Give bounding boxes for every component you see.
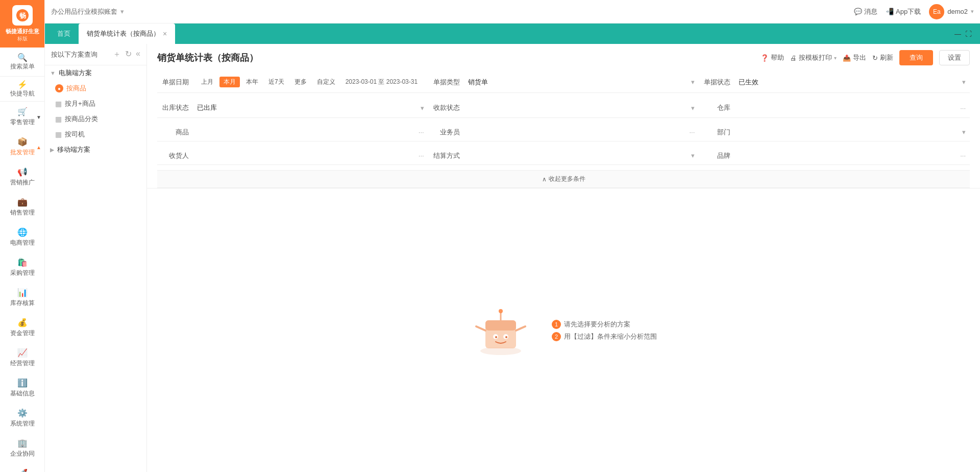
- date-pill-this-year[interactable]: 本年: [242, 77, 262, 87]
- payment-chevron[interactable]: ▾: [691, 152, 695, 159]
- warehouse-value[interactable]: ···: [734, 102, 970, 114]
- tab-home[interactable]: 首页: [49, 23, 79, 44]
- sidebar-item-wholesale[interactable]: 📦 批发管理 ▲: [0, 132, 44, 162]
- sidebar-item-ecom[interactable]: 🌐 电商管理: [0, 222, 44, 252]
- search-menu[interactable]: 🔍 搜索菜单: [0, 48, 44, 77]
- date-pill-more[interactable]: 更多: [290, 77, 311, 87]
- docstatus-chevron[interactable]: ▾: [962, 78, 966, 86]
- collapse-bar[interactable]: ∧ 收起更多条件: [157, 170, 970, 187]
- payment-value[interactable]: ▾: [464, 150, 699, 161]
- tree-item-by-product[interactable]: ● 按商品: [45, 81, 146, 96]
- close-tab-icon[interactable]: ×: [163, 30, 167, 37]
- sidebar-wholesale-label: 批发管理: [10, 148, 35, 157]
- tree-item-by-driver[interactable]: ▦ 按司机: [45, 127, 146, 142]
- setting-button[interactable]: 设置: [939, 50, 970, 65]
- salesman-dots[interactable]: ···: [689, 128, 695, 136]
- tree-group-desktop[interactable]: ▼ 电脑端方案: [45, 65, 146, 81]
- tree-item-by-category[interactable]: ▦ 按商品分类: [45, 111, 146, 127]
- filter-outstatus-cell: 出库状态 已出库 ▾: [157, 98, 428, 118]
- tree-item-by-driver-label: 按司机: [65, 130, 85, 139]
- breadcrumb-text: 办公用品行业模拟账套: [51, 7, 117, 16]
- sidebar: 畅 畅捷通好生意 标版 🔍 搜索菜单 ⚡ 快捷导航 🛒 零售管理 ▼ 📦 批发管…: [0, 0, 45, 472]
- paystatus-chevron[interactable]: ▾: [691, 104, 695, 112]
- paystatus-value[interactable]: ▾: [464, 102, 699, 114]
- tree-group-mobile[interactable]: ▶ 移动端方案: [45, 142, 146, 157]
- dept-value[interactable]: ▾: [734, 126, 970, 138]
- page-header-actions: ❓ 帮助 🖨 按模板打印 ▾ 📤 导出: [761, 50, 970, 65]
- payment-label: 结算方式: [428, 151, 464, 160]
- message-btn[interactable]: 💬 消息: [854, 7, 877, 16]
- maximize-icon[interactable]: ⛶: [965, 30, 972, 38]
- refresh-scheme-icon[interactable]: ↻: [125, 49, 132, 60]
- docstatus-value[interactable]: 已生效 ▾: [734, 76, 970, 89]
- app-download-btn[interactable]: 📲 App下载: [886, 7, 921, 16]
- empty-state: 1 请先选择要分析的方案 2 用【过滤】条件来缩小分析范围: [470, 300, 657, 361]
- breadcrumb: 办公用品行业模拟账套 ▾: [51, 7, 849, 16]
- print-btn[interactable]: 🖨 按模板打印 ▾: [790, 53, 837, 62]
- help-label: 帮助: [771, 53, 784, 62]
- doctype-value[interactable]: 销货单 ▾: [464, 76, 699, 89]
- date-pill-this-month[interactable]: 本月: [219, 77, 240, 87]
- svg-point-10: [499, 309, 503, 313]
- sidebar-item-enterprise[interactable]: 🏢 企业协同: [0, 433, 44, 463]
- refresh-btn[interactable]: ↻ 刷新: [872, 53, 893, 62]
- quick-nav[interactable]: ⚡ 快捷导航: [0, 77, 44, 102]
- date-pill-last-month[interactable]: 上月: [197, 77, 217, 87]
- salesman-label: 业务员: [428, 128, 464, 137]
- app-download-icon: 📲: [886, 8, 894, 15]
- page-title: 销货单统计表（按商品）: [157, 52, 258, 64]
- sidebar-item-operation[interactable]: 📈 经营管理: [0, 343, 44, 373]
- outstatus-value[interactable]: 已出库 ▾: [193, 101, 428, 114]
- sidebar-item-retail[interactable]: 🛒 零售管理 ▼: [0, 102, 44, 132]
- basic-icon: ℹ️: [17, 378, 28, 388]
- consignee-value[interactable]: ···: [193, 150, 428, 161]
- consignee-dots[interactable]: ···: [419, 152, 424, 159]
- breadcrumb-chevron: ▾: [120, 8, 124, 15]
- sidebar-logo: 畅 畅捷通好生意 标版: [0, 0, 44, 48]
- sidebar-item-sales[interactable]: 💼 销售管理: [0, 192, 44, 222]
- export-label: 导出: [853, 53, 866, 62]
- step-1-num: 1: [552, 320, 561, 329]
- tab-sales-stat[interactable]: 销货单统计表（按商品） ×: [79, 23, 175, 44]
- sidebar-item-purchase[interactable]: 🛍️ 采购管理: [0, 252, 44, 282]
- page-title-row: 销货单统计表（按商品） ❓ 帮助 🖨 按模板打印 ▾: [157, 50, 970, 65]
- goods-dots[interactable]: ···: [419, 128, 424, 136]
- date-pill-custom[interactable]: 自定义: [313, 77, 339, 87]
- warehouse-dots[interactable]: ···: [960, 104, 966, 112]
- user-menu[interactable]: Ea demo2 ▾: [929, 4, 974, 19]
- topbar: 办公用品行业模拟账套 ▾ 💬 消息 📲 App下载 Ea demo2 ▾: [45, 0, 980, 23]
- doctype-chevron[interactable]: ▾: [691, 78, 695, 86]
- query-button[interactable]: 查询: [899, 50, 933, 65]
- add-scheme-icon[interactable]: ＋: [113, 49, 121, 60]
- sidebar-ecom-label: 电商管理: [10, 239, 35, 247]
- date-pill-7days[interactable]: 近7天: [264, 77, 288, 87]
- step-1-text: 请先选择要分析的方案: [564, 320, 630, 329]
- svg-point-8: [505, 336, 507, 338]
- salesman-value[interactable]: ···: [464, 126, 699, 138]
- app-download-label: App下载: [896, 7, 921, 16]
- empty-step-2: 2 用【过滤】条件来缩小分析范围: [552, 332, 657, 341]
- sidebar-item-marketing[interactable]: 📢 营销推广: [0, 162, 44, 192]
- goods-value[interactable]: ···: [193, 126, 428, 138]
- sidebar-item-guide[interactable]: 🚀 新手引导: [0, 463, 44, 472]
- sidebar-item-basic[interactable]: ℹ️ 基础信息: [0, 373, 44, 403]
- goods-label: 商品: [157, 128, 193, 137]
- export-btn[interactable]: 📤 导出: [843, 53, 866, 62]
- filter-dept-cell: 部门 ▾: [699, 123, 970, 141]
- minimize-icon[interactable]: —: [954, 30, 961, 38]
- step-2-num: 2: [552, 332, 561, 341]
- sidebar-item-finance[interactable]: 💰 资金管理: [0, 313, 44, 343]
- filter-payment-cell: 结算方式 ▾: [428, 147, 699, 165]
- docstatus-label: 单据状态: [699, 78, 734, 87]
- dept-chevron[interactable]: ▾: [962, 128, 966, 136]
- brand-value[interactable]: ···: [734, 150, 970, 161]
- docstatus-text: 已生效: [739, 78, 758, 87]
- collapse-panel-icon[interactable]: «: [136, 49, 140, 60]
- tree-item-by-month-product[interactable]: ▦ 按月+商品: [45, 96, 146, 111]
- outstatus-chevron[interactable]: ▾: [421, 104, 424, 112]
- help-btn[interactable]: ❓ 帮助: [761, 53, 784, 62]
- brand-dots[interactable]: ···: [960, 152, 966, 159]
- sidebar-marketing-label: 营销推广: [10, 178, 35, 187]
- sidebar-item-system[interactable]: ⚙️ 系统管理: [0, 403, 44, 433]
- sidebar-item-inventory[interactable]: 📊 库存核算: [0, 282, 44, 313]
